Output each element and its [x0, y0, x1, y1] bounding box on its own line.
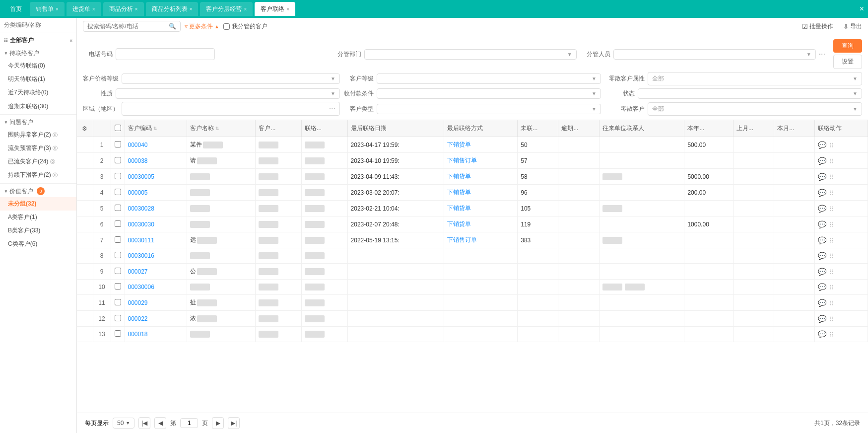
area-select[interactable]: ···	[122, 102, 340, 116]
row-checkbox[interactable]	[115, 299, 121, 305]
menu-icon[interactable]: ⁝⁝	[829, 157, 833, 165]
retail-customer-select[interactable]: 全部 ▼	[648, 102, 862, 116]
reset-btn[interactable]: 设置	[833, 55, 862, 69]
menu-icon[interactable]: ⁝⁝	[829, 205, 833, 213]
menu-icon[interactable]: ⁝⁝	[829, 283, 833, 291]
page-size-select[interactable]: 50 ▼	[113, 418, 134, 429]
chat-icon[interactable]: 💬	[818, 189, 826, 197]
sidebar-pending-group[interactable]: ▼ 待联络客户	[0, 47, 76, 59]
menu-icon[interactable]: ⁝⁝	[829, 173, 833, 181]
nav-tab-customer-mgmt[interactable]: 客户分层经营 ×	[200, 2, 253, 16]
sidebar-item-class-b[interactable]: B类客户(33)	[0, 224, 76, 237]
row-checkbox[interactable]	[115, 268, 121, 274]
sidebar-item-lost[interactable]: 已流失客户(24) ⓪	[0, 155, 76, 168]
settings-icon[interactable]: ⚙	[82, 125, 87, 132]
sidebar-search-input[interactable]	[4, 21, 77, 28]
home-tab[interactable]: 首页	[4, 5, 28, 13]
sidebar-item-overdue-pending[interactable]: 逾期未联络(30)	[0, 100, 76, 113]
next-page-btn[interactable]: ▶	[212, 417, 224, 429]
chat-icon[interactable]: 💬	[818, 283, 826, 291]
query-btn[interactable]: 查询	[833, 39, 862, 53]
code-sort-icon[interactable]: ⇅	[153, 126, 157, 131]
nav-tab-analysis[interactable]: 商品分析 ×	[103, 2, 144, 16]
last-way-link[interactable]: 下销售订单	[447, 236, 477, 243]
chat-icon[interactable]: 💬	[818, 220, 826, 228]
nav-tab-purchase-close[interactable]: ×	[92, 6, 95, 12]
more-conditions-btn[interactable]: ▿ 更多条件 ▲	[185, 22, 219, 31]
nav-tab-purchase[interactable]: 进货单 ×	[67, 2, 101, 16]
customer-level-select[interactable]: ▼	[377, 73, 601, 84]
sidebar-item-today-pending[interactable]: 今天待联络(0)	[0, 59, 76, 72]
export-btn[interactable]: ⇩ 导出	[843, 22, 862, 31]
sidebar-collapse-icon[interactable]: «	[69, 38, 72, 43]
sidebar-value-group[interactable]: ▼ 价值客户 8	[0, 185, 76, 197]
dept-select[interactable]: ▼	[364, 49, 576, 60]
sidebar-item-class-c[interactable]: C类客户(6)	[0, 237, 76, 251]
sidebar-problem-group[interactable]: ▼ 问题客户	[0, 116, 76, 128]
search-input[interactable]	[87, 23, 167, 30]
phone-input[interactable]	[116, 48, 215, 60]
menu-icon[interactable]: ⁝⁝	[829, 141, 833, 149]
code-resize-handle[interactable]	[185, 120, 187, 137]
row-checkbox[interactable]	[115, 252, 121, 258]
last-page-btn[interactable]: ▶|	[228, 417, 240, 429]
chat-icon[interactable]: 💬	[818, 268, 826, 276]
name-sort-icon[interactable]: ⇅	[215, 126, 219, 131]
nav-tab-analysis-list[interactable]: 商品分析列表 ×	[146, 2, 199, 16]
area-more-icon[interactable]: ···	[329, 104, 335, 113]
first-page-btn[interactable]: |◀	[138, 417, 150, 429]
person-more-icon[interactable]: ···	[819, 50, 825, 59]
chat-icon[interactable]: 💬	[818, 330, 826, 338]
row-checkbox[interactable]	[115, 330, 121, 337]
select-all-checkbox[interactable]	[115, 125, 121, 131]
last-way-link[interactable]: 下销货单	[447, 205, 471, 212]
nature-select[interactable]: ▼	[116, 88, 340, 99]
nav-tab-sales-close[interactable]: ×	[56, 6, 59, 12]
customer-type-select[interactable]: ▼	[377, 104, 601, 114]
sidebar-item-class-a[interactable]: A类客户(1)	[0, 211, 76, 224]
sidebar-item-warning[interactable]: 流失预警客户(3) ⓪	[0, 142, 76, 155]
sidebar-item-abnormal[interactable]: 囤购异常客户(2) ⓪	[0, 128, 76, 142]
page-number-input[interactable]	[180, 418, 198, 428]
chat-icon[interactable]: 💬	[818, 205, 826, 213]
last-way-link[interactable]: 下销货单	[447, 220, 471, 227]
row-checkbox[interactable]	[115, 141, 121, 147]
row-checkbox[interactable]	[115, 189, 121, 195]
menu-icon[interactable]: ⁝⁝	[829, 220, 833, 228]
menu-icon[interactable]: ⁝⁝	[829, 252, 833, 260]
menu-icon[interactable]: ⁝⁝	[829, 189, 833, 197]
row-checkbox[interactable]	[115, 173, 121, 179]
prev-page-btn[interactable]: ◀	[154, 417, 166, 429]
retail-attr-select[interactable]: 全部 ▼	[648, 72, 862, 85]
sidebar-item-tomorrow-pending[interactable]: 明天待联络(1)	[0, 72, 76, 86]
menu-icon[interactable]: ⁝⁝	[829, 315, 833, 323]
payment-select[interactable]: ▼	[377, 88, 601, 99]
chat-icon[interactable]: 💬	[818, 157, 826, 165]
last-way-link[interactable]: 下销售订单	[447, 157, 477, 164]
nav-tab-customer-contact-close[interactable]: ×	[286, 6, 289, 12]
sidebar-item-ungroup[interactable]: 未分组(32)	[0, 197, 76, 211]
person-select[interactable]: ▼	[613, 49, 816, 60]
nav-tab-analysis-list-close[interactable]: ×	[190, 6, 193, 12]
nav-tab-sales[interactable]: 销售单 ×	[30, 2, 65, 16]
chat-icon[interactable]: 💬	[818, 299, 826, 307]
sidebar-item-7days-pending[interactable]: 近7天待联络(0)	[0, 86, 76, 99]
last-way-link[interactable]: 下销货单	[447, 173, 471, 180]
price-level-select[interactable]: ▼	[122, 73, 340, 84]
menu-icon[interactable]: ⁝⁝	[829, 330, 833, 338]
window-close-btn[interactable]: ×	[860, 4, 864, 13]
sidebar-all-customers[interactable]: ⁝⁝ 全部客户 «	[0, 32, 76, 47]
sidebar-item-declining[interactable]: 持续下滑客户(2) ⓪	[0, 168, 76, 182]
status-select[interactable]: ▼	[638, 88, 862, 99]
row-checkbox[interactable]	[115, 220, 121, 227]
menu-icon[interactable]: ⁝⁝	[829, 236, 833, 244]
menu-icon[interactable]: ⁝⁝	[829, 268, 833, 276]
search-icon[interactable]: 🔍	[169, 23, 176, 30]
row-checkbox[interactable]	[115, 157, 121, 163]
chat-icon[interactable]: 💬	[818, 252, 826, 260]
nav-tab-analysis-close[interactable]: ×	[135, 6, 138, 12]
last-way-link[interactable]: 下销货单	[447, 189, 471, 196]
row-checkbox[interactable]	[115, 283, 121, 289]
row-checkbox[interactable]	[115, 205, 121, 211]
nav-tab-customer-contact[interactable]: 客户联络 ×	[255, 2, 295, 16]
